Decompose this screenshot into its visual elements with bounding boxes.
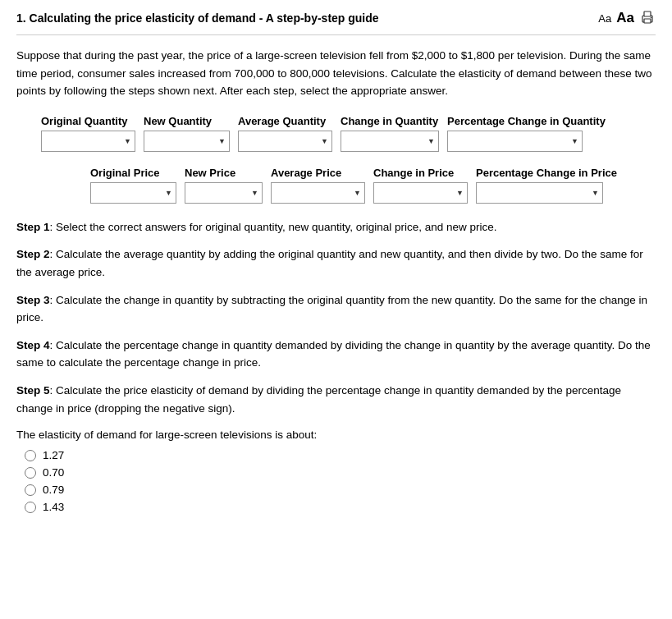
font-large-button[interactable]: Aa [616, 10, 634, 26]
original-price-group: Original Price $2,000 $1,800 [90, 167, 176, 204]
pct-change-price-label: Percentage Change in Price [476, 167, 617, 179]
steps-section: Step 1: Select the correct answers for o… [16, 218, 656, 417]
change-quantity-select[interactable]: 100,000 -100,000 [341, 131, 439, 152]
new-price-label: New Price [185, 167, 235, 179]
change-price-wrapper: -$200 $200 [373, 182, 468, 204]
original-quantity-group: Original Quantity 700,000 800,000 [41, 115, 135, 152]
step4-block: Step 4: Calculate the percentage change … [16, 337, 656, 372]
pct-change-quantity-wrapper: 13.33% -13.33% [447, 131, 583, 152]
step1-label: Step 1 [16, 221, 50, 233]
change-quantity-group: Change in Quantity 100,000 -100,000 [341, 115, 439, 152]
average-quantity-wrapper: 750,000 700,000 [238, 131, 332, 152]
original-quantity-label: Original Quantity [41, 115, 127, 127]
radio-0.79[interactable] [25, 484, 36, 496]
change-quantity-wrapper: 100,000 -100,000 [341, 131, 439, 152]
average-price-wrapper: $1,900 $1,800 [271, 182, 365, 204]
step5-text: : Calculate the price elasticity of dema… [16, 384, 621, 415]
radio-1.43[interactable] [25, 502, 36, 513]
svg-rect-2 [644, 19, 651, 23]
step4-text: : Calculate the percentage change in qua… [16, 339, 651, 369]
radio-label-0.70: 0.70 [43, 466, 64, 479]
original-quantity-select[interactable]: 700,000 800,000 [41, 131, 135, 152]
svg-point-3 [651, 17, 652, 19]
radio-option-3: 0.79 [16, 484, 656, 496]
original-price-wrapper: $2,000 $1,800 [90, 182, 176, 204]
step3-block: Step 3: Calculate the change in quantity… [16, 291, 656, 327]
svg-rect-1 [644, 11, 651, 16]
radio-option-1: 1.27 [16, 449, 656, 461]
radio-label-1.43: 1.43 [43, 501, 64, 513]
page-header: 1. Calculating the price elasticity of d… [16, 10, 656, 35]
pct-change-price-group: Percentage Change in Price -10.53% 10.53… [476, 167, 617, 204]
change-price-label: Change in Price [373, 167, 454, 179]
average-quantity-group: Average Quantity 750,000 700,000 [238, 115, 332, 152]
page-title: 1. Calculating the price elasticity of d… [16, 11, 379, 25]
radio-option-2: 0.70 [16, 466, 656, 479]
average-quantity-select[interactable]: 750,000 700,000 [238, 131, 332, 152]
change-price-select[interactable]: -$200 $200 [373, 182, 468, 204]
new-price-group: New Price $1,800 $2,000 [185, 167, 263, 204]
step2-block: Step 2: Calculate the average quantity b… [16, 245, 656, 281]
new-quantity-wrapper: 700,000 800,000 [144, 131, 230, 152]
pct-change-quantity-select[interactable]: 13.33% -13.33% [447, 131, 583, 152]
pct-change-price-wrapper: -10.53% 10.53% [476, 182, 603, 204]
radio-option-4: 1.43 [16, 501, 656, 513]
change-price-group: Change in Price -$200 $200 [373, 167, 468, 204]
pct-change-price-select[interactable]: -10.53% 10.53% [476, 182, 603, 204]
new-price-select[interactable]: $1,800 $2,000 [185, 182, 263, 204]
new-quantity-select[interactable]: 700,000 800,000 [144, 131, 230, 152]
step5-label: Step 5 [16, 384, 50, 397]
quantity-dropdowns-row: Original Quantity 700,000 800,000 New Qu… [41, 115, 656, 152]
header-controls: Aa Aa [598, 10, 656, 26]
average-quantity-label: Average Quantity [238, 115, 326, 127]
print-icon[interactable] [639, 10, 656, 26]
pct-change-quantity-group: Percentage Change in Quantity 13.33% -13… [447, 115, 606, 152]
font-small-button[interactable]: Aa [598, 12, 611, 25]
answer-section: The elasticity of demand for large-scree… [16, 429, 656, 513]
original-quantity-wrapper: 700,000 800,000 [41, 131, 135, 152]
new-price-wrapper: $1,800 $2,000 [185, 182, 263, 204]
pct-change-quantity-label: Percentage Change in Quantity [447, 115, 606, 127]
change-quantity-label: Change in Quantity [341, 115, 438, 127]
new-quantity-group: New Quantity 700,000 800,000 [144, 115, 230, 152]
step4-label: Step 4 [16, 339, 50, 351]
radio-1.27[interactable] [25, 450, 36, 461]
step2-text: : Calculate the average quantity by addi… [16, 248, 643, 278]
radio-label-1.27: 1.27 [43, 449, 64, 461]
average-price-label: Average Price [271, 167, 341, 179]
step3-label: Step 3 [16, 294, 50, 306]
original-price-label: Original Price [90, 167, 160, 179]
original-price-select[interactable]: $2,000 $1,800 [90, 182, 176, 204]
average-price-select[interactable]: $1,900 $1,800 [271, 182, 365, 204]
step3-text: : Calculate the change in quantity by su… [16, 294, 647, 324]
radio-label-0.79: 0.79 [43, 484, 64, 496]
average-price-group: Average Price $1,900 $1,800 [271, 167, 365, 204]
step2-label: Step 2 [16, 248, 50, 260]
price-dropdowns-row: Original Price $2,000 $1,800 New Price $… [41, 167, 656, 204]
step5-block: Step 5: Calculate the price elasticity o… [16, 382, 656, 417]
intro-text: Suppose that during the past year, the p… [16, 47, 656, 100]
answer-prompt: The elasticity of demand for large-scree… [16, 429, 656, 441]
step1-text: : Select the correct answers for origina… [50, 221, 497, 233]
radio-0.70[interactable] [25, 467, 36, 479]
step1-block: Step 1: Select the correct answers for o… [16, 218, 656, 236]
new-quantity-label: New Quantity [144, 115, 212, 127]
